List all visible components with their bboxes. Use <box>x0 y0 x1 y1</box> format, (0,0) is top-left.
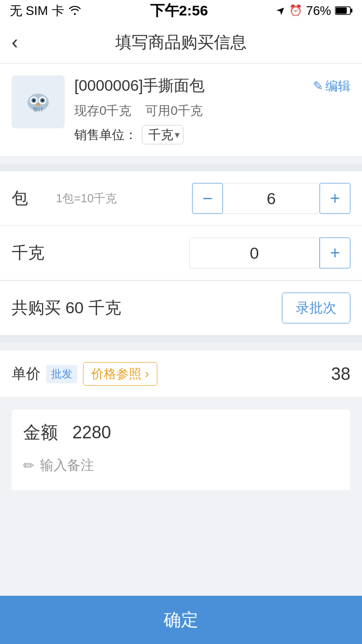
product-stock: 现存0千克 可用0千克 <box>74 102 350 119</box>
price-value: 38 <box>331 364 350 384</box>
product-image: 智计 <box>12 75 65 128</box>
total-text: 共购买 60 千克 <box>12 297 121 319</box>
svg-point-10 <box>36 103 41 106</box>
unit-select[interactable]: 千克 <box>142 125 183 144</box>
wifi-icon <box>68 3 82 18</box>
stock-text: 现存0千克 <box>74 103 131 118</box>
bao-plus-button[interactable]: + <box>320 183 350 214</box>
kg-label: 千克 <box>12 242 50 264</box>
bao-input[interactable] <box>223 183 320 214</box>
bao-label: 包 <box>12 187 50 210</box>
battery-icon <box>335 3 352 18</box>
product-name-row: [0000006]手撕面包 ✎ 编辑 <box>74 75 350 97</box>
product-logo: 智计 <box>24 89 53 115</box>
back-button[interactable]: ‹ <box>12 31 18 53</box>
kg-input[interactable] <box>189 238 320 268</box>
bao-row: 包 1包=10千克 − + <box>0 171 362 226</box>
unit-label: 销售单位： <box>74 126 137 143</box>
divider-1 <box>0 164 362 171</box>
confirm-button[interactable]: 确定 <box>0 596 362 644</box>
page-title: 填写商品购买信息 <box>115 31 247 54</box>
svg-point-8 <box>33 99 35 101</box>
status-left: 无 SIM 卡 <box>10 2 82 19</box>
remark-text: 输入备注 <box>40 456 94 475</box>
product-info: [0000006]手撕面包 ✎ 编辑 现存0千克 可用0千克 销售单位： 千克 <box>74 75 350 144</box>
batch-button[interactable]: 录批次 <box>282 293 350 323</box>
available-text: 可用0千克 <box>145 103 202 118</box>
product-name: [0000006]手撕面包 <box>74 75 205 97</box>
product-section: 智计 [0000006]手撕面包 ✎ 编辑 现存0千克 可用0千克 销售单位： <box>0 64 362 156</box>
price-label: 单价 <box>12 364 41 384</box>
price-ref-button[interactable]: 价格参照 › <box>83 362 157 386</box>
status-right: ➤ ⏰ 76% <box>277 3 352 18</box>
svg-text:智计: 智计 <box>33 106 43 112</box>
unit-select-wrapper[interactable]: 千克 <box>142 125 183 144</box>
amount-row: 金额 2280 ✏ 输入备注 <box>12 409 350 490</box>
amount-section: 金额 2280 ✏ 输入备注 <box>0 398 362 490</box>
amount-label: 金额 <box>23 422 58 442</box>
price-ref-label: 价格参照 › <box>91 365 149 382</box>
no-sim-text: 无 SIM 卡 <box>10 2 64 19</box>
kg-row: 千克 + <box>0 226 362 280</box>
main-content: 智计 [0000006]手撕面包 ✎ 编辑 现存0千克 可用0千克 销售单位： <box>0 64 362 644</box>
location-icon: ➤ <box>273 3 288 18</box>
edit-button[interactable]: ✎ 编辑 <box>313 78 350 95</box>
edit-label: 编辑 <box>325 78 350 95</box>
status-bar: 无 SIM 卡 下午2:56 ➤ ⏰ 76% <box>0 0 362 21</box>
edit-icon: ✎ <box>313 79 323 94</box>
svg-rect-2 <box>335 7 347 14</box>
bao-stepper: − + <box>192 183 350 214</box>
status-time: 下午2:56 <box>150 1 208 21</box>
battery-text: 76% <box>306 3 331 18</box>
amount-text: 金额 2280 <box>23 421 339 445</box>
alarm-icon: ⏰ <box>289 4 302 17</box>
total-section: 共购买 60 千克 录批次 <box>0 280 362 335</box>
bao-hint: 1包=10千克 <box>56 191 192 206</box>
nav-bar: ‹ 填写商品购买信息 <box>0 21 362 64</box>
bao-minus-button[interactable]: − <box>192 183 223 214</box>
price-section: 单价 批发 价格参照 › 38 <box>0 350 362 398</box>
remark-row[interactable]: ✏ 输入备注 <box>23 452 339 482</box>
remark-icon: ✏ <box>23 458 34 474</box>
svg-rect-1 <box>350 9 352 13</box>
kg-plus-button[interactable]: + <box>320 238 350 268</box>
product-unit-row: 销售单位： 千克 <box>74 125 350 144</box>
amount-value: 2280 <box>72 422 111 442</box>
input-section: 包 1包=10千克 − + 千克 + <box>0 171 362 280</box>
svg-point-9 <box>42 99 43 101</box>
kg-stepper: + <box>189 238 350 268</box>
price-tag: 批发 <box>46 365 77 383</box>
divider-2 <box>0 335 362 343</box>
